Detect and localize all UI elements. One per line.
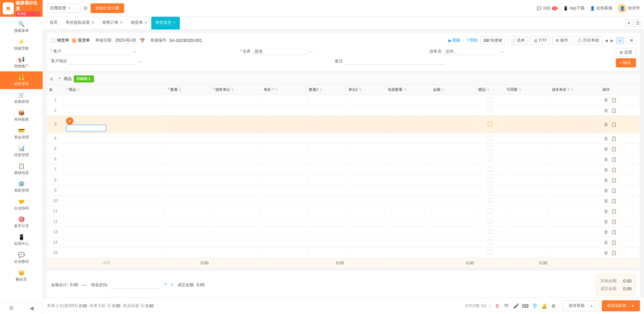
sidebar-settings-icon[interactable]: ⚙: [9, 305, 14, 311]
quantity-cell[interactable]: [166, 185, 211, 196]
product-cell[interactable]: [64, 105, 166, 116]
unit2-cell[interactable]: [346, 105, 386, 116]
sidebar-item-apps[interactable]: 📱 应用中心: [0, 231, 43, 249]
app-download-button[interactable]: 📱 App下载: [563, 5, 585, 11]
tab-price-close-icon[interactable]: ✕: [91, 20, 94, 25]
gift-checkbox[interactable]: [488, 229, 492, 234]
pack-qty-cell[interactable]: [386, 237, 431, 248]
delete-row-icon[interactable]: 🗑: [602, 249, 609, 256]
addr-select-icon[interactable]: ···: [138, 59, 142, 64]
salesperson-select-icon[interactable]: ···: [500, 49, 504, 54]
amount-cell[interactable]: [431, 248, 476, 258]
available-cell[interactable]: [504, 105, 549, 116]
cost-price-cell[interactable]: [549, 133, 600, 144]
sale-unit-cell[interactable]: [211, 237, 262, 248]
product-cell[interactable]: [64, 185, 166, 196]
unit-price-cell[interactable]: [262, 227, 307, 237]
add-row-button[interactable]: +: [66, 117, 73, 125]
copy-row-icon[interactable]: 📋: [610, 197, 617, 204]
unit-price-help-icon[interactable]: ?: [272, 87, 274, 91]
available-cell[interactable]: [504, 144, 549, 154]
gift-sort-icon[interactable]: ⇅: [487, 88, 489, 91]
unit2-cell[interactable]: [346, 185, 386, 196]
qty2-sort-icon[interactable]: ⇅: [319, 88, 322, 91]
discount-input[interactable]: [110, 281, 160, 289]
sale-unit-cell[interactable]: [211, 116, 262, 133]
view-toggle-grid[interactable]: ⊞: [627, 37, 636, 44]
qty2-cell[interactable]: [307, 206, 346, 216]
operation-button[interactable]: ⚙ 操作: [552, 36, 571, 45]
print-button[interactable]: 🖨 打印: [531, 36, 550, 45]
unit2-cell[interactable]: [346, 206, 386, 216]
unit2-cell[interactable]: [346, 116, 386, 133]
pack-qty-cell[interactable]: [386, 133, 431, 144]
unit-price-cell[interactable]: [262, 154, 307, 165]
amount-cell[interactable]: [431, 105, 476, 116]
sale-unit-cell[interactable]: [211, 227, 262, 237]
pack-sort-icon[interactable]: ⇅: [404, 88, 407, 91]
amount-cell[interactable]: [431, 133, 476, 144]
sale-unit-cell[interactable]: [211, 196, 262, 206]
cost-price-cell[interactable]: [549, 165, 600, 175]
shortcut-button[interactable]: ⌨ 快捷键: [480, 36, 505, 45]
qty2-cell[interactable]: [307, 154, 346, 165]
quantity-cell[interactable]: [166, 105, 211, 116]
product-cell[interactable]: [64, 196, 166, 206]
equals-sign[interactable]: =: [171, 282, 173, 288]
tab-sales-return[interactable]: 销货退货 ✕: [151, 17, 180, 29]
cost-price-cell[interactable]: [549, 196, 600, 206]
unit-price-cell[interactable]: [262, 165, 307, 175]
available-cell[interactable]: [504, 206, 549, 216]
amount-cell[interactable]: [431, 95, 476, 105]
unit2-cell[interactable]: [346, 216, 386, 227]
unit-price-cell[interactable]: [262, 248, 307, 258]
customer-select-icon[interactable]: ···: [132, 49, 137, 54]
dropdown-arrow-icon[interactable]: ▼: [587, 304, 593, 308]
sidebar-collapse-icon[interactable]: ◀: [30, 305, 34, 311]
amount-cell[interactable]: [431, 175, 476, 185]
product-cell[interactable]: [64, 144, 166, 154]
tab-delivery-close-icon[interactable]: ✕: [144, 20, 147, 25]
delete-row-icon[interactable]: 🗑: [602, 239, 609, 246]
topbar-settings-icon[interactable]: ⚙: [83, 5, 88, 11]
view-toggle-list[interactable]: ≡: [616, 37, 624, 44]
pack-qty-cell[interactable]: [386, 206, 431, 216]
unit-price-cell[interactable]: [262, 237, 307, 248]
delete-row-icon[interactable]: 🗑: [602, 107, 609, 114]
available-cell[interactable]: [504, 133, 549, 144]
unit-price-cell[interactable]: [262, 144, 307, 154]
customer-input[interactable]: [63, 48, 130, 55]
col-settings-icon[interactable]: ⚙: [49, 87, 53, 92]
unit2-cell[interactable]: [346, 165, 386, 175]
cost-price-cell[interactable]: [549, 95, 600, 105]
sidebar-item-inventory[interactable]: 📦 库存核算: [0, 107, 43, 125]
unit-sort-icon[interactable]: ⇅: [231, 88, 234, 91]
price-sort-icon[interactable]: ⇅: [275, 88, 278, 91]
sale-unit-cell[interactable]: [211, 248, 262, 258]
product-cell[interactable]: [64, 206, 166, 216]
qty2-cell[interactable]: [307, 116, 346, 133]
gift-checkbox[interactable]: [488, 240, 492, 244]
department-selector[interactable]: 日用百货 ▼: [47, 4, 80, 13]
product-sort-icon[interactable]: ⇅: [77, 88, 80, 91]
available-cell[interactable]: [504, 165, 549, 175]
product-input[interactable]: [66, 125, 106, 131]
unit-price-cell[interactable]: [262, 105, 307, 116]
cost-price-cell[interactable]: [549, 185, 600, 196]
unit-price-cell[interactable]: [262, 133, 307, 144]
quantity-cell[interactable]: [166, 237, 211, 248]
gift-checkbox[interactable]: [488, 97, 492, 102]
pack-qty-cell[interactable]: [386, 165, 431, 175]
save-draft-button[interactable]: 保存草稿 ▼: [563, 300, 599, 311]
qty2-cell[interactable]: [307, 175, 346, 185]
memo-input[interactable]: [345, 58, 445, 65]
delete-row-icon[interactable]: 🗑: [602, 97, 609, 103]
available-cell[interactable]: [504, 248, 549, 258]
copy-row-icon[interactable]: 📋: [610, 121, 617, 128]
gift-checkbox[interactable]: [488, 198, 492, 203]
gift-checkbox[interactable]: [488, 146, 492, 151]
unit-price-cell[interactable]: [262, 95, 307, 105]
discount-help-icon[interactable]: ?: [164, 282, 167, 287]
quantity-cell[interactable]: [166, 95, 211, 105]
qty2-cell[interactable]: [307, 144, 346, 154]
